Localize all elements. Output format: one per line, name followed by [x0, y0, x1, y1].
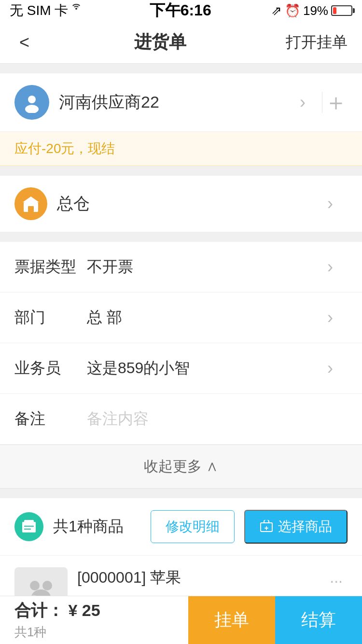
- battery-icon: [331, 5, 352, 16]
- battery-text: 19%: [303, 3, 328, 18]
- svg-rect-8: [24, 529, 31, 530]
- dept-row[interactable]: 部门 总 部 ›: [0, 293, 362, 343]
- supplier-name: 河南供应商22: [59, 91, 300, 113]
- sales-value: 这是859的小智: [87, 358, 327, 379]
- product-more-button[interactable]: ···: [325, 567, 348, 595]
- add-supplier-icon[interactable]: ＋: [324, 87, 348, 118]
- product-count-label: 共1种商品: [53, 516, 141, 537]
- invoice-type-label: 票据类型: [14, 256, 77, 278]
- summary-info: 合计： ¥ 25 共1种: [0, 596, 188, 644]
- svg-rect-7: [24, 526, 34, 527]
- svg-point-11: [42, 581, 52, 590]
- invoice-type-row[interactable]: 票据类型 不开票 ›: [0, 242, 362, 293]
- dept-chevron-icon: ›: [327, 308, 333, 328]
- nav-bar: < 进货单 打开挂单: [0, 21, 362, 64]
- svg-rect-6: [24, 520, 34, 523]
- form-section: 票据类型 不开票 › 部门 总 部 › 业务员 这是859的小智 › 备注 备注…: [0, 242, 362, 445]
- modify-detail-button[interactable]: 修改明细: [151, 510, 235, 543]
- collapse-row[interactable]: 收起更多 ∧: [0, 445, 362, 489]
- select-product-label: 选择商品: [278, 518, 332, 536]
- status-left: 无 SIM 卡: [10, 1, 89, 20]
- dept-label: 部门: [14, 307, 77, 328]
- product-count-icon: [14, 512, 43, 541]
- warehouse-name: 总仓: [57, 193, 327, 215]
- warehouse-chevron-icon: ›: [327, 194, 333, 214]
- sales-label: 业务员: [14, 358, 77, 379]
- section-gap-4: [0, 489, 362, 498]
- sales-row[interactable]: 业务员 这是859的小智 ›: [0, 343, 362, 394]
- sales-chevron-icon: ›: [327, 358, 333, 378]
- svg-point-0: [28, 96, 36, 103]
- carrier-text: 无 SIM 卡: [10, 1, 68, 20]
- supplier-divider: [322, 92, 322, 113]
- product-title: 苹果: [150, 569, 181, 586]
- warehouse-icon-wrap: [14, 187, 47, 220]
- product-id: [0000001]: [77, 569, 146, 586]
- invoice-chevron-icon: ›: [327, 257, 333, 277]
- back-button[interactable]: <: [14, 28, 34, 57]
- supplier-warning-banner: 应付-20元，现结: [0, 132, 362, 166]
- product-name: [0000001] 苹果: [77, 567, 325, 588]
- supplier-avatar: [14, 85, 49, 120]
- supplier-warning-text: 应付-20元，现结: [14, 141, 115, 156]
- open-pending-button[interactable]: 打开挂单: [286, 32, 348, 53]
- select-product-button[interactable]: 选择商品: [244, 510, 348, 544]
- section-gap-2: [0, 166, 362, 176]
- page-title: 进货单: [134, 30, 186, 54]
- wifi-icon: [72, 3, 89, 19]
- hang-order-button[interactable]: 挂单: [188, 596, 275, 644]
- supplier-chevron-icon: ›: [300, 92, 306, 112]
- checkout-button[interactable]: 结算: [275, 596, 362, 644]
- remark-row[interactable]: 备注 备注内容: [0, 394, 362, 445]
- svg-point-10: [30, 581, 40, 590]
- supplier-section: 河南供应商22 › ＋ 应付-20元，现结: [0, 73, 362, 166]
- svg-point-1: [25, 105, 39, 113]
- bottom-summary-bar: 合计： ¥ 25 共1种 挂单 结算: [0, 596, 362, 644]
- dept-value: 总 部: [87, 307, 327, 328]
- section-gap-3: [0, 232, 362, 242]
- svg-marker-3: [23, 196, 39, 202]
- alarm-icon: ⏰: [285, 3, 300, 18]
- section-gap-1: [0, 64, 362, 73]
- total-value: ¥ 25: [68, 601, 100, 619]
- supplier-row[interactable]: 河南供应商22 › ＋: [0, 73, 362, 132]
- collapse-text: 收起更多 ∧: [144, 458, 218, 474]
- svg-rect-5: [22, 522, 36, 532]
- product-header: 共1种商品 修改明细 选择商品: [0, 498, 362, 556]
- total-label: 合计：: [14, 601, 64, 619]
- svg-rect-4: [28, 206, 34, 212]
- status-time: 下午6:16: [150, 0, 211, 21]
- remark-label: 备注: [14, 408, 77, 430]
- status-bar: 无 SIM 卡 下午6:16 ⇗ ⏰ 19%: [0, 0, 362, 21]
- remark-input-placeholder[interactable]: 备注内容: [87, 408, 348, 430]
- warehouse-section: 总仓 ›: [0, 176, 362, 232]
- location-icon: ⇗: [271, 3, 282, 18]
- status-right: ⇗ ⏰ 19%: [271, 3, 352, 18]
- summary-count: 共1种: [14, 624, 174, 641]
- warehouse-row[interactable]: 总仓 ›: [0, 176, 362, 232]
- summary-total: 合计： ¥ 25: [14, 600, 174, 622]
- invoice-type-value: 不开票: [87, 256, 327, 278]
